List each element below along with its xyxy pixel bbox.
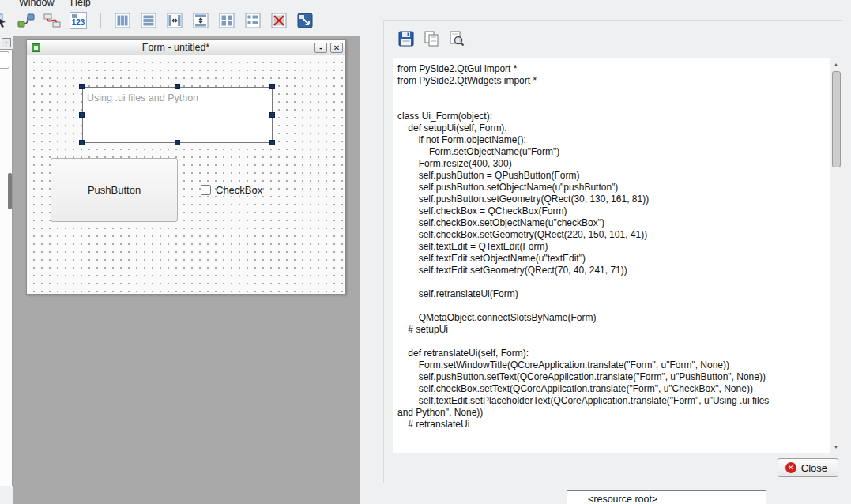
scroll-down-icon[interactable]: ▼ <box>830 442 842 452</box>
checkbox-label: CheckBox <box>216 184 262 196</box>
form-window: Form - untitled* - ✕ Using .ui files and… <box>26 39 346 295</box>
break-layout-icon[interactable] <box>269 11 288 30</box>
selection-handle[interactable] <box>269 112 275 118</box>
form-window-title: Form - untitled* <box>40 42 311 53</box>
menu-item-help[interactable]: Help <box>70 0 91 7</box>
textedit-placeholder: Using .ui files and Python <box>87 92 198 103</box>
edit-signals-slots-icon[interactable] <box>17 11 36 30</box>
form-window-icon <box>32 43 40 52</box>
scroll-up-icon[interactable]: ▲ <box>830 59 842 70</box>
layout-vertical-icon[interactable] <box>139 11 158 30</box>
widgetbox-panel-fragment <box>0 49 13 486</box>
menu-item-window[interactable]: Window <box>19 0 54 7</box>
copy-icon[interactable] <box>422 29 441 48</box>
form-canvas[interactable]: Using .ui files and Python PushButton Ch… <box>27 55 345 294</box>
layout-splitter-vertical-icon[interactable] <box>191 11 210 30</box>
selection-handle[interactable] <box>175 140 180 145</box>
tab-order-corner <box>72 14 77 18</box>
tab-order-box: 123 <box>70 12 87 29</box>
resource-root-label: <resource root> <box>588 494 657 504</box>
dialog-toolbar <box>397 29 466 48</box>
layout-horizontal-icon[interactable] <box>113 11 132 30</box>
close-dialog-button[interactable]: ✕ Close <box>778 458 838 477</box>
close-button[interactable]: ✕ <box>330 43 343 53</box>
edit-buddies-icon[interactable] <box>43 11 62 30</box>
selection-handle[interactable] <box>79 112 85 118</box>
code-scrollbar[interactable]: ▲ ▼ <box>830 58 842 453</box>
scrollbar-thumb[interactable] <box>832 71 841 167</box>
selection-handle[interactable] <box>269 84 275 89</box>
adjust-size-icon[interactable] <box>296 11 314 30</box>
main-toolbar: 123 <box>0 9 314 32</box>
checkbox-widget[interactable]: CheckBox <box>201 174 281 206</box>
layout-grid-icon[interactable] <box>217 11 236 30</box>
selection-handle[interactable] <box>269 140 275 145</box>
close-button-label: Close <box>801 462 827 474</box>
resource-browser-fragment[interactable]: <resource root> <box>567 490 766 504</box>
form-window-titlebar[interactable]: Form - untitled* - ✕ <box>27 40 345 55</box>
selection-handle[interactable] <box>79 140 85 145</box>
layout-splitter-horizontal-icon[interactable] <box>165 11 184 30</box>
close-x-icon: ✕ <box>785 462 796 473</box>
find-icon[interactable] <box>447 29 466 48</box>
code-preview-dialog: from PySide2.QtGui import * from PySide2… <box>383 20 842 483</box>
widgetbox-scrollbar-thumb[interactable] <box>8 173 12 209</box>
code-text[interactable]: from PySide2.QtGui import * from PySide2… <box>393 58 842 435</box>
edit-tab-order-icon[interactable]: 123 <box>69 11 88 30</box>
code-view[interactable]: from PySide2.QtGui import * from PySide2… <box>393 58 842 453</box>
toolbar-separator <box>100 13 101 28</box>
selection-handle[interactable] <box>79 84 85 89</box>
edit-widgets-icon[interactable] <box>0 11 9 30</box>
tab-order-label: 123 <box>72 19 85 28</box>
selection-handle[interactable] <box>175 84 180 89</box>
textedit-widget[interactable]: Using .ui files and Python <box>82 87 273 143</box>
save-icon[interactable] <box>397 29 416 48</box>
minimize-button[interactable]: - <box>314 43 327 53</box>
mdi-area: Form - untitled* - ✕ Using .ui files and… <box>13 36 360 504</box>
dock-float-icon[interactable]: ▫ <box>2 38 11 47</box>
layout-form-icon[interactable] <box>243 11 262 30</box>
checkbox-box[interactable] <box>201 185 211 195</box>
pushbutton-widget[interactable]: PushButton <box>51 158 178 222</box>
menubar: Window Help <box>19 0 193 7</box>
widgetbox-filter-fragment[interactable] <box>0 51 9 69</box>
